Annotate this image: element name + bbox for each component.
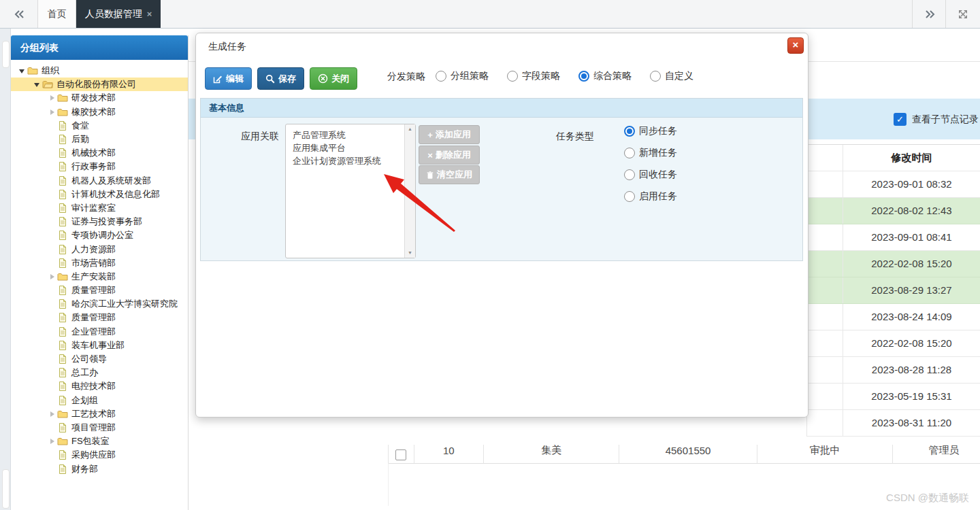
edit-button[interactable]: 编辑	[205, 67, 252, 90]
expander-icon[interactable]	[46, 436, 57, 447]
table-row[interactable]: 2023-08-24 14:09	[807, 304, 980, 330]
tab-close-icon[interactable]: ×	[147, 10, 152, 18]
table-row[interactable]: 2022-02-08 15:20	[807, 330, 980, 357]
radio-icon[interactable]	[624, 169, 635, 180]
tree-item[interactable]: 市场营销部	[11, 256, 188, 270]
table-row[interactable]: 2023-08-29 13:27	[807, 277, 980, 304]
tree-item[interactable]: 财务部	[11, 462, 188, 475]
tree-item[interactable]: 证券与投资事务部	[11, 215, 188, 228]
radio-icon[interactable]	[624, 148, 635, 158]
task-radio-option-label: 同步任务	[639, 125, 677, 137]
dialog-close-icon[interactable]: ×	[787, 37, 804, 54]
table-row[interactable]: 2023-09-01 08:41	[807, 224, 980, 251]
app-association-label: 应用关联	[241, 131, 279, 143]
listbox-scrollbar[interactable]: ▲ ▼	[404, 124, 415, 258]
tree-item[interactable]: 人力资源部	[11, 242, 188, 256]
tree-item[interactable]: 食堂	[11, 119, 188, 133]
radio-icon[interactable]	[578, 71, 589, 82]
task-radio-option[interactable]: 新增任务	[624, 147, 677, 159]
strategy-radio-option[interactable]: 分组策略	[436, 70, 489, 82]
table-row[interactable]: 2022-02-08 15:20	[807, 251, 980, 277]
radio-icon[interactable]	[650, 71, 661, 82]
listbox-item[interactable]: 应用集成平台	[293, 141, 404, 154]
modified-time-cell: 2023-08-31 11:20	[843, 410, 980, 436]
tree-item[interactable]: 企划组	[11, 394, 188, 407]
tree-item[interactable]: 项目管理部	[11, 421, 188, 435]
radio-icon[interactable]	[436, 71, 446, 82]
close-button[interactable]: 关闭	[310, 67, 357, 90]
table-row[interactable]: 2023-08-31 11:20	[807, 410, 980, 437]
save-button[interactable]: 保存	[257, 67, 304, 90]
tree-item[interactable]: 工艺技术部	[11, 407, 188, 421]
table-row[interactable]: 2023-05-19 15:31	[807, 384, 980, 410]
tree-item[interactable]: 公司领导	[11, 352, 188, 366]
listbox-item[interactable]: 产品管理系统	[293, 129, 404, 141]
expander-slot	[46, 244, 57, 255]
expander-icon[interactable]	[31, 79, 42, 90]
strategy-radio-option[interactable]: 字段策略	[507, 70, 560, 82]
clipped-table-row[interactable]: 10集美45601550审批中管理员	[388, 445, 980, 464]
tree-item[interactable]: 研发技术部	[11, 91, 188, 105]
tree-item[interactable]: 总工办	[11, 366, 188, 379]
row-checkbox[interactable]	[395, 449, 406, 460]
task-radio-option[interactable]: 回收任务	[624, 169, 677, 181]
scroll-down-icon[interactable]: ▼	[405, 248, 415, 258]
expander-icon[interactable]	[46, 409, 57, 420]
expander-icon[interactable]	[46, 107, 57, 118]
tree-item[interactable]: 生产安装部	[11, 270, 188, 284]
tree-item-label: 总工办	[71, 367, 98, 379]
tree-item[interactable]: 审计监察室	[11, 201, 188, 215]
table-row[interactable]: 2022-08-02 12:43	[807, 198, 980, 224]
tree-item-label: 质量管理部	[71, 284, 116, 296]
tree-item[interactable]: 橡胶技术部	[11, 105, 188, 119]
remove-app-button[interactable]: × 删除应用	[419, 146, 480, 165]
radio-icon[interactable]	[624, 191, 635, 202]
tree-item[interactable]: FS包装室	[11, 435, 188, 448]
collapse-left-icon[interactable]	[0, 0, 38, 28]
tree-item[interactable]: 采购供应部	[11, 448, 188, 462]
collapse-right-icon[interactable]	[912, 0, 946, 28]
tree-item[interactable]: 哈尔滨工业大学博实研究院	[11, 297, 188, 311]
table-row[interactable]: 2023-08-28 11:28	[807, 357, 980, 384]
add-app-button[interactable]: + 添加应用	[419, 125, 480, 144]
scroll-up-icon[interactable]: ▲	[405, 124, 415, 134]
expander-slot	[46, 216, 57, 227]
task-radio-option[interactable]: 同步任务	[624, 125, 677, 137]
tree-item[interactable]: 组织	[11, 64, 188, 78]
tree-item[interactable]: 装车机事业部	[11, 339, 188, 352]
expander-icon[interactable]	[16, 65, 27, 76]
row-checkbox-cell[interactable]	[388, 445, 414, 463]
tree-item[interactable]: 机器人及系统研发部	[11, 174, 188, 188]
tree-item[interactable]: 后勤	[11, 133, 188, 146]
tree-item[interactable]: 专项协调办公室	[11, 228, 188, 242]
app-association-listbox[interactable]: 产品管理系统应用集成平台企业计划资源管理系统 ▲ ▼	[285, 124, 416, 258]
expander-icon[interactable]	[46, 92, 57, 103]
fullscreen-icon[interactable]	[945, 0, 980, 28]
clear-app-button[interactable]: 清空应用	[419, 165, 480, 184]
tree-item[interactable]: 自动化股份有限公司	[11, 78, 188, 91]
tree-item[interactable]: 机械技术部	[11, 146, 188, 160]
strategy-radio-option-label: 字段策略	[522, 70, 560, 82]
table-cell-spacer	[807, 251, 843, 277]
listbox-item[interactable]: 企业计划资源管理系统	[293, 154, 404, 167]
tree-item[interactable]: 计算机技术及信息化部	[11, 188, 188, 201]
table-row[interactable]: 2023-09-01 08:32	[807, 171, 980, 198]
scrollbar-thumb[interactable]	[2, 41, 10, 68]
scrollbar-thumb[interactable]	[2, 469, 10, 509]
task-radio-option[interactable]: 启用任务	[624, 190, 677, 203]
radio-icon[interactable]	[624, 126, 635, 137]
tree-item[interactable]: 企业管理部	[11, 325, 188, 339]
radio-icon[interactable]	[507, 71, 518, 82]
strategy-radio-option[interactable]: 综合策略	[578, 70, 632, 82]
expander-icon[interactable]	[46, 271, 57, 282]
tab-home[interactable]: 首页	[38, 0, 76, 28]
tree-item[interactable]: 质量管理部	[11, 284, 188, 297]
tree-item[interactable]: 质量管理部	[11, 311, 188, 324]
tab-personnel-data[interactable]: 人员数据管理 ×	[76, 0, 161, 28]
doc-icon	[57, 161, 69, 172]
doc-icon	[57, 312, 69, 323]
tree-item[interactable]: 电控技术部	[11, 379, 188, 393]
view-children-checkbox[interactable]: ✓	[894, 113, 906, 126]
strategy-radio-option[interactable]: 自定义	[650, 70, 693, 82]
tree-item[interactable]: 行政事务部	[11, 160, 188, 173]
